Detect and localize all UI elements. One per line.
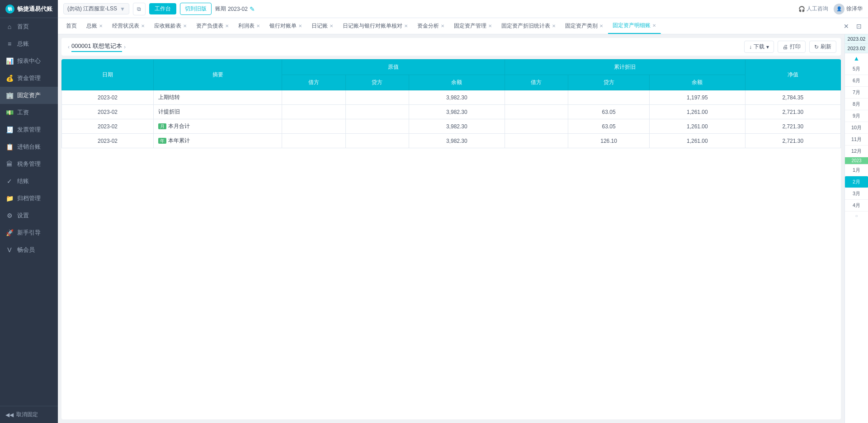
sidebar-item-ledger[interactable]: ≡ 总账 [0, 35, 58, 52]
sidebar-item-settings[interactable]: ⚙ 设置 [0, 207, 58, 224]
date-month-11[interactable]: 11月 [845, 134, 868, 146]
tab-asset-detail[interactable]: 固定资产明细账 ✕ [608, 18, 661, 34]
sidebar-unpin-label: 取消固定 [16, 411, 38, 418]
tab-asset-management[interactable]: 固定资产管理 ✕ [449, 18, 497, 34]
sidebar-unpin-button[interactable]: ◀◀ 取消固定 [0, 406, 58, 423]
th-zcf-credit: 贷方 [568, 75, 650, 90]
tab-asset-management-close[interactable]: ✕ [488, 24, 492, 28]
date-month-1[interactable]: 1月 [845, 164, 868, 176]
tab-balance-sheet[interactable]: 资产负债表 ✕ [192, 18, 234, 34]
maximize-button[interactable]: ⊡ [854, 21, 864, 32]
tab-balance-sheet-close[interactable]: ✕ [225, 24, 229, 28]
tab-asset-category-close[interactable]: ✕ [599, 24, 603, 28]
tab-reconcile-close[interactable]: ✕ [404, 24, 408, 28]
tab-bank-statement[interactable]: 银行对账单 ✕ [265, 18, 307, 34]
date-month-5[interactable]: 5月 [845, 63, 868, 75]
cell-date: 2023-02 [62, 119, 154, 134]
user-menu[interactable]: 👤 徐泽华 [834, 4, 863, 14]
sidebar-item-reports-label: 报表中心 [17, 57, 41, 65]
sidebar-item-salary[interactable]: 💵 工资 [0, 104, 58, 121]
cell-zcf-balance: 1,261.00 [650, 119, 745, 134]
chevron-down-icon: ▼ [120, 6, 125, 12]
tab-fund-analysis[interactable]: 资金分析 ✕ [413, 18, 449, 34]
tab-journal-close[interactable]: ✕ [330, 24, 333, 28]
refresh-button[interactable]: ↻ 刷新 [809, 41, 836, 53]
tab-profit-close[interactable]: ✕ [256, 24, 260, 28]
cell-zcf-credit [568, 90, 650, 105]
tab-asset-category[interactable]: 固定资产类别 ✕ [561, 18, 608, 34]
th-yuanzhi-debit: 借方 [282, 75, 345, 90]
forward-arrow-icon[interactable]: › [124, 44, 126, 50]
sidebar-item-archive[interactable]: 📁 归档管理 [0, 190, 58, 207]
date-month-10[interactable]: 10月 [845, 122, 868, 134]
sidebar-item-sales[interactable]: 📋 进销台账 [0, 138, 58, 155]
company-name: (勿动) 江西服室-LSS [67, 5, 117, 13]
download-arrow-icon: ▾ [766, 44, 769, 50]
date-month-12[interactable]: 12月 [845, 146, 868, 157]
year-badge-2023: 2023 [845, 157, 868, 164]
sidebar-item-assets[interactable]: 🏢 固定资产 [0, 87, 58, 104]
date-month-2-active[interactable]: 2月 [845, 176, 868, 188]
table-row: 2023-02 计提折旧 3,982.30 63.05 1,261.00 2,7… [62, 105, 841, 119]
sidebar-item-home[interactable]: ⌂ 首页 [0, 18, 58, 35]
tab-management-status[interactable]: 经营状况表 ✕ [108, 18, 150, 34]
tab-profit[interactable]: 利润表 ✕ [234, 18, 265, 34]
date-scroll-up-button[interactable]: ▲ [845, 53, 868, 63]
copy-icon[interactable]: ⧉ [133, 3, 146, 15]
edit-period-icon[interactable]: ✎ [250, 5, 255, 13]
tab-depreciation-stats-close[interactable]: ✕ [552, 24, 556, 28]
date-month-6[interactable]: 6月 [845, 75, 868, 87]
cell-zcf-balance: 1,197.95 [650, 90, 745, 105]
date-month-8[interactable]: 8月 [845, 99, 868, 110]
sidebar-item-member[interactable]: V 畅会员 [0, 241, 58, 258]
tab-ledger[interactable]: 总账 ✕ [82, 18, 108, 34]
tab-management-status-close[interactable]: ✕ [141, 24, 145, 28]
sidebar-item-tax[interactable]: 🏛 税务管理 [0, 155, 58, 173]
date-month-9[interactable]: 9月 [845, 110, 868, 122]
cell-zcf-debit [505, 134, 568, 148]
refresh-icon: ↻ [814, 44, 819, 50]
cell-net-value: 2,721.30 [745, 134, 840, 148]
sidebar-item-guide[interactable]: 🚀 新手引导 [0, 224, 58, 241]
tab-receivable-aging-close[interactable]: ✕ [183, 24, 187, 28]
home-icon: ⌂ [5, 23, 14, 31]
sidebar-item-tax-label: 税务管理 [17, 160, 41, 168]
tab-receivable-aging[interactable]: 应收账龄表 ✕ [150, 18, 192, 34]
tab-reconcile[interactable]: 日记账与银行对账单核对 ✕ [338, 18, 413, 34]
workbench-button[interactable]: 工作台 [149, 3, 176, 14]
tab-bank-statement-close[interactable]: ✕ [298, 24, 302, 28]
tab-home[interactable]: 首页 [61, 18, 82, 34]
company-selector[interactable]: (勿动) 江西服室-LSS ▼ [63, 3, 129, 14]
cell-net-value: 2,784.35 [745, 90, 840, 105]
tab-depreciation-stats[interactable]: 固定资产折旧统计表 ✕ [497, 18, 561, 34]
back-arrow-icon[interactable]: ‹ [68, 44, 70, 50]
close-all-tabs-button[interactable]: ✕ [841, 21, 852, 32]
cell-yuanzhi-debit [282, 105, 345, 119]
sidebar-item-invoice[interactable]: 🧾 发票管理 [0, 121, 58, 138]
period-value: 2023-02 [228, 6, 248, 12]
tab-asset-detail-close[interactable]: ✕ [652, 23, 656, 28]
sidebar-item-salary-label: 工资 [17, 108, 29, 117]
tabbar-actions: ✕ ⊡ [841, 21, 864, 32]
switch-version-button[interactable]: 切到旧版 [180, 3, 212, 15]
download-button[interactable]: ↓ 下载 ▾ [744, 41, 774, 53]
cell-zcf-debit [505, 105, 568, 119]
sidebar-item-closing[interactable]: ✓ 结账 [0, 173, 58, 190]
th-yuanzhi-balance: 余额 [409, 75, 505, 90]
tab-fund-analysis-close[interactable]: ✕ [441, 24, 444, 28]
date-month-7[interactable]: 7月 [845, 87, 868, 99]
row-tag: 月 [158, 123, 166, 129]
sidebar-item-reports[interactable]: 📊 报表中心 [0, 52, 58, 70]
help-button[interactable]: 🎧 人工咨询 [798, 5, 828, 13]
tab-ledger-close[interactable]: ✕ [99, 24, 103, 28]
user-name: 徐泽华 [846, 5, 863, 13]
cell-desc: 上期结转 [154, 90, 282, 105]
date-month-3[interactable]: 3月 [845, 188, 868, 200]
date-month-4[interactable]: 4月 [845, 200, 868, 212]
sidebar-item-funds[interactable]: 💰 资金管理 [0, 70, 58, 87]
help-label: 人工咨询 [807, 5, 828, 13]
tab-journal[interactable]: 日记账 ✕ [307, 18, 338, 34]
print-button[interactable]: 🖨 打印 [778, 41, 806, 53]
asset-detail-table: 日期 摘要 原值 累计折旧 净值 借方 贷方 余额 借方 贷方 余额 [61, 59, 841, 419]
cell-yuanzhi-credit [345, 119, 409, 134]
